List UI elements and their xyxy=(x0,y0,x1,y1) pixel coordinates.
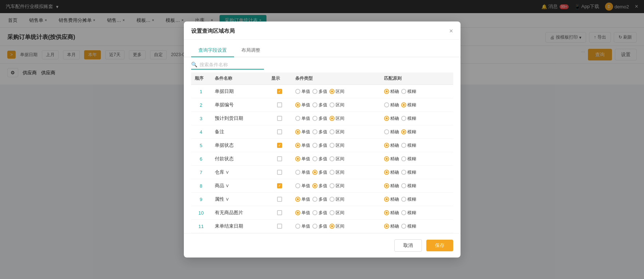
modal-title: 设置查询区域布局 xyxy=(191,28,235,35)
search-input[interactable] xyxy=(199,62,258,67)
th-match: 匹配原则 xyxy=(380,72,453,85)
modal-tab-layout[interactable]: 布局调整 xyxy=(234,44,268,57)
th-order: 顺序 xyxy=(191,72,211,85)
modal-table: 顺序 条件名称 显示 条件类型 匹配原则 1单据日期单值多值区间精确模糊2单据编… xyxy=(191,72,453,85)
modal-header: 设置查询区域布局 × xyxy=(184,21,461,40)
search-input-wrap: 🔍 xyxy=(191,62,264,70)
modal-close-button[interactable]: × xyxy=(449,27,453,35)
table-header-row: 顺序 条件名称 显示 条件类型 匹配原则 xyxy=(191,72,453,85)
th-name: 条件名称 xyxy=(211,72,268,85)
modal-tab-query-fields[interactable]: 查询字段设置 xyxy=(191,44,234,57)
modal-dialog: 设置查询区域布局 × 查询字段设置 布局调整 🔍 顺序 xyxy=(184,21,461,85)
modal-tabs: 查询字段设置 布局调整 xyxy=(184,40,461,57)
search-icon: 🔍 xyxy=(191,62,197,67)
modal-overlay: 设置查询区域布局 × 查询字段设置 布局调整 🔍 顺序 xyxy=(0,0,644,85)
modal-table-wrap: 顺序 条件名称 显示 条件类型 匹配原则 1单据日期单值多值区间精确模糊2单据编… xyxy=(184,72,461,85)
th-display: 显示 xyxy=(268,72,292,85)
modal-search-area: 🔍 xyxy=(184,57,461,72)
th-type: 条件类型 xyxy=(292,72,380,85)
